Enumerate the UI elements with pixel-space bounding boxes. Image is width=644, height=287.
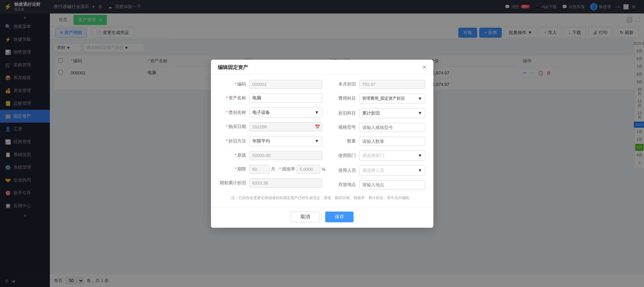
modal-right-section: 本月折旧 费用科目 管理费用_固定资产折旧 ▼ xyxy=(322,80,425,194)
category-label: 类别名称 xyxy=(228,110,246,115)
quantity-input[interactable] xyxy=(359,137,425,146)
dept-label: 使用部门 xyxy=(338,153,356,158)
asset-name-label: 资产名称 xyxy=(228,95,246,100)
edit-asset-modal: 编辑固定资产 ✕ *编码 *资产名称 xyxy=(211,60,433,228)
user-label: 使用人员 xyxy=(338,168,356,173)
spec-model-input[interactable] xyxy=(359,123,425,132)
monthly-depr-input xyxy=(359,80,425,89)
initial-accum-depr-label: 期初累计折旧 xyxy=(220,180,246,185)
initial-accum-depr-input[interactable] xyxy=(249,179,322,188)
depr-method-label: 折旧方法 xyxy=(228,138,246,144)
original-value-input[interactable] xyxy=(249,151,322,160)
dropdown-icon: ▼ xyxy=(418,153,422,158)
period-unit: 月 xyxy=(271,166,275,172)
dropdown-icon: ▼ xyxy=(315,138,319,144)
calendar-icon[interactable]: 📅 xyxy=(315,124,320,129)
expense-subject-value: 管理费用_固定资产折旧 xyxy=(362,96,405,101)
depr-method-select[interactable]: 年限平均 ▼ xyxy=(249,136,322,146)
period-input[interactable] xyxy=(249,165,270,174)
modal-left-section: *编码 *资产名称 *类别名称 xyxy=(219,80,322,194)
location-input[interactable] xyxy=(359,180,425,189)
dept-placeholder: 请选择部门 xyxy=(362,153,384,159)
residual-rate-label: * 残值率 xyxy=(279,166,296,172)
user-select[interactable]: 请选择人员 ▼ xyxy=(359,165,425,176)
cancel-button[interactable]: 取消 xyxy=(291,212,320,222)
modal-title: 编辑固定资产 xyxy=(218,64,248,71)
code-label: 编码 xyxy=(237,82,246,87)
modal-note: 注：已经存在变更记录或者对应固定资产已经生成凭证，原值、购买日期、残值率、累计折… xyxy=(219,194,425,203)
modal-close-btn[interactable]: ✕ xyxy=(422,65,427,70)
category-select[interactable]: 电子设备 ▼ xyxy=(249,107,322,118)
depr-method-value: 年限平均 xyxy=(252,138,270,144)
expense-subject-label: 费用科目 xyxy=(338,96,356,101)
residual-rate-input[interactable] xyxy=(297,165,320,174)
modal-overlay: 编辑固定资产 ✕ *编码 *资产名称 xyxy=(0,0,644,287)
dropdown-icon: ▼ xyxy=(315,110,319,115)
original-value-label: 原值 xyxy=(237,153,246,158)
purchase-date-label: 购买日期 xyxy=(228,124,246,129)
location-label: 存放地点 xyxy=(338,182,356,187)
dropdown-icon: ▼ xyxy=(418,96,422,101)
period-label: 期限 xyxy=(237,166,246,171)
expense-subject-select[interactable]: 管理费用_固定资产折旧 ▼ xyxy=(359,94,425,103)
depr-subject-select[interactable]: 累计折旧 ▼ xyxy=(359,108,425,118)
save-button[interactable]: 保存 xyxy=(325,212,354,222)
asset-name-input[interactable] xyxy=(249,94,322,103)
dept-select[interactable]: 请选择部门 ▼ xyxy=(359,151,425,161)
purchase-date-input[interactable] xyxy=(249,122,322,131)
quantity-label: 数量 xyxy=(347,138,356,144)
monthly-depr-label: 本月折旧 xyxy=(338,82,356,87)
depr-subject-value: 累计折旧 xyxy=(362,110,380,116)
dropdown-icon: ▼ xyxy=(418,110,422,116)
category-value: 电子设备 xyxy=(252,109,270,116)
dropdown-icon: ▼ xyxy=(418,168,422,173)
code-input[interactable] xyxy=(249,80,322,89)
spec-model-label: 规格型号 xyxy=(338,125,356,130)
user-placeholder: 请选择人员 xyxy=(362,167,384,173)
depr-subject-label: 折旧科目 xyxy=(338,110,356,116)
